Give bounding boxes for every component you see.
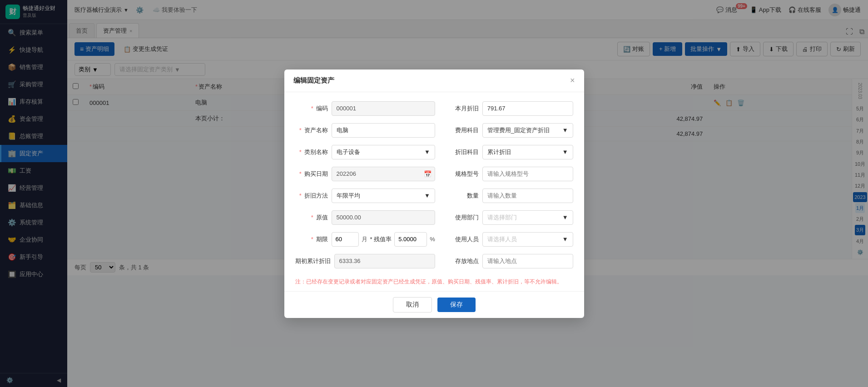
field-purchase-date: * 购买日期 📅: [295, 167, 435, 181]
monthly-depr-input[interactable]: [482, 101, 573, 116]
field-location: 存放地点: [446, 254, 573, 268]
salvage-label: * 残值率: [370, 235, 392, 243]
expense-subject-select[interactable]: 管理费用_固定资产折旧 ▼: [482, 123, 573, 138]
person-label: 使用人员: [446, 235, 479, 243]
modal-title: 编辑固定资产: [293, 76, 334, 85]
save-button[interactable]: 保存: [437, 298, 476, 312]
depr-subject-dropdown-icon: ▼: [562, 149, 568, 155]
period-input[interactable]: [332, 232, 359, 247]
modal-body: * 编码 本月折旧 * 资产名称: [284, 92, 584, 278]
code-label: * 编码: [295, 104, 328, 113]
depr-subject-label: 折旧科目: [446, 148, 479, 156]
location-label: 存放地点: [446, 257, 479, 265]
field-expense-subject: 费用科目 管理费用_固定资产折旧 ▼: [446, 123, 573, 138]
period-salvage-row: 月 * 残值率 %: [332, 232, 435, 247]
modal-header: 编辑固定资产 ×: [284, 69, 584, 92]
modal-close-button[interactable]: ×: [570, 76, 575, 85]
expense-subject-dropdown-icon: ▼: [562, 127, 568, 134]
purchase-date-label: * 购买日期: [295, 170, 328, 178]
asset-name-input[interactable]: [332, 123, 435, 138]
expense-subject-value: 管理费用_固定资产折旧: [487, 126, 550, 134]
field-depr-method: * 折旧方法 年限平均 ▼: [295, 189, 435, 203]
spec-input[interactable]: [482, 167, 573, 181]
dept-label: 使用部门: [446, 213, 479, 222]
field-period-salvage: * 期限 月 * 残值率 %: [295, 232, 435, 247]
opening-depr-label: 期初累计折旧: [295, 257, 331, 265]
field-code: * 编码: [295, 101, 435, 116]
cancel-button[interactable]: 取消: [393, 297, 432, 313]
field-monthly-depr: 本月折旧: [446, 101, 573, 116]
field-opening-depr: 期初累计折旧: [295, 254, 435, 268]
field-quantity: 数量: [446, 189, 573, 203]
field-depr-subject: 折旧科目 累计折旧 ▼: [446, 145, 573, 159]
period-label: * 期限: [295, 235, 328, 243]
original-value-input[interactable]: [332, 210, 435, 225]
edit-asset-modal: 编辑固定资产 × * 编码 本月折旧: [284, 69, 584, 318]
period-unit: 月: [362, 235, 367, 243]
field-category: * 类别名称 电子设备 ▼: [295, 145, 435, 159]
depr-subject-value: 累计折旧: [487, 148, 511, 156]
dept-placeholder: 请选择部门: [487, 213, 517, 222]
purchase-date-input[interactable]: [332, 167, 435, 181]
field-dept: 使用部门 请选择部门 ▼: [446, 210, 573, 225]
asset-name-label: * 资产名称: [295, 126, 328, 134]
original-value-label: * 原值: [295, 213, 328, 222]
form-grid: * 编码 本月折旧 * 资产名称: [295, 101, 573, 268]
depr-method-dropdown-icon: ▼: [424, 192, 430, 199]
monthly-depr-label: 本月折旧: [446, 104, 479, 113]
depr-method-select[interactable]: 年限平均 ▼: [332, 189, 435, 203]
modal-note: 注：已经存在变更记录或者对应固定资产已经生成凭证，原值、购买日期、残值率、累计折…: [284, 278, 584, 291]
dept-select[interactable]: 请选择部门 ▼: [482, 210, 573, 225]
person-placeholder: 请选择人员: [487, 235, 517, 243]
salvage-input[interactable]: [394, 232, 427, 247]
modal-overlay: 编辑固定资产 × * 编码 本月折旧: [0, 0, 868, 387]
category-label: * 类别名称: [295, 148, 328, 156]
modal-footer: 取消 保存: [284, 291, 584, 318]
depr-subject-select[interactable]: 累计折旧 ▼: [482, 145, 573, 159]
calendar-icon[interactable]: 📅: [424, 170, 432, 178]
depr-method-label: * 折旧方法: [295, 192, 328, 200]
expense-subject-label: 费用科目: [446, 126, 479, 134]
code-input[interactable]: [332, 101, 435, 116]
field-spec: 规格型号: [446, 167, 573, 181]
field-original-value: * 原值: [295, 210, 435, 225]
dept-dropdown-icon: ▼: [562, 214, 568, 221]
location-input[interactable]: [482, 254, 573, 268]
person-dropdown-icon: ▼: [562, 236, 568, 243]
category-select[interactable]: 电子设备 ▼: [332, 145, 435, 159]
field-person: 使用人员 请选择人员 ▼: [446, 232, 573, 247]
opening-depr-input[interactable]: [334, 254, 435, 268]
spec-label: 规格型号: [446, 170, 479, 178]
field-asset-name: * 资产名称: [295, 123, 435, 138]
quantity-input[interactable]: [482, 189, 573, 203]
quantity-label: 数量: [446, 192, 479, 200]
category-dropdown-icon: ▼: [424, 149, 430, 155]
depr-method-value: 年限平均: [337, 192, 360, 200]
person-select[interactable]: 请选择人员 ▼: [482, 232, 573, 247]
salvage-unit: %: [430, 236, 435, 243]
category-value: 电子设备: [337, 148, 360, 156]
